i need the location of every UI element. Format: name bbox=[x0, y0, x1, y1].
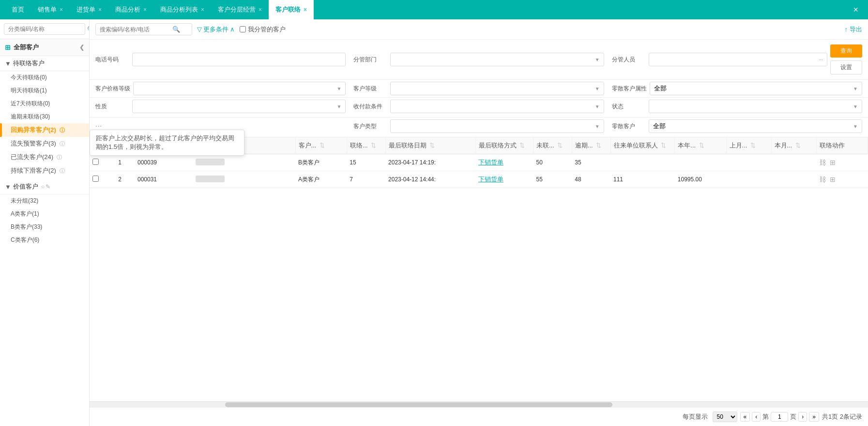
sidebar-item-tomorrow-contact[interactable]: 明天待联络(1) bbox=[0, 84, 89, 97]
filter-retail-attr-select[interactable]: 全部 ▼ bbox=[650, 82, 862, 95]
nav-customer-tier[interactable]: 客户分层经营 × bbox=[211, 0, 269, 19]
row2-checkbox-cell bbox=[90, 171, 115, 188]
th-overdue[interactable]: 逾期... ⇅ bbox=[572, 137, 610, 154]
filter-customer-type-select[interactable]: ▼ bbox=[390, 119, 604, 133]
sidebar-item-today-contact[interactable]: 今天待联络(0) bbox=[0, 71, 89, 84]
nav-customer-contact[interactable]: 客户联络 × bbox=[269, 0, 314, 19]
last-page-button[interactable]: » bbox=[809, 412, 819, 422]
row1-contact-person bbox=[610, 154, 675, 171]
filter-dept-select[interactable]: ▼ bbox=[390, 53, 604, 66]
row1-link-action-icon[interactable]: ⛓ bbox=[819, 159, 826, 166]
filter-retail-customer-select[interactable]: 全部 ▼ bbox=[649, 119, 862, 133]
filter-phone-label: 电话号码 bbox=[95, 56, 129, 64]
nav-sales-close-icon[interactable]: × bbox=[60, 6, 63, 13]
main-search-icon[interactable]: 🔍 bbox=[172, 26, 180, 33]
filter-price-tier-arrow: ▼ bbox=[336, 86, 341, 91]
row2-link-action-icon[interactable]: ⛓ bbox=[819, 176, 826, 183]
filter-nature-select[interactable]: ▼ bbox=[132, 100, 346, 113]
row1-uncontacted: 50 bbox=[533, 154, 572, 171]
more-filter-button[interactable]: ▽ 更多条件 ∧ bbox=[197, 25, 235, 34]
my-customers-checkbox-area: 我分管的客户 bbox=[240, 25, 286, 34]
filter-retail-customer-label: 零散客户 bbox=[612, 122, 646, 131]
th-last-contact-method[interactable]: 最后联络方式 ⇅ bbox=[475, 137, 533, 154]
nav-customer-contact-close-icon[interactable]: × bbox=[304, 6, 307, 13]
nav-product-analysis-close-icon[interactable]: × bbox=[143, 6, 147, 13]
pending-contact-group[interactable]: ▼ 待联络客户 bbox=[0, 56, 89, 71]
settings-button[interactable]: 设置 bbox=[830, 60, 862, 74]
horizontal-scrollbar-thumb[interactable] bbox=[225, 402, 612, 407]
tooltip-popup: 距客户上次交易时长，超过了此客户的平均交易周期的1.5倍，则视为异常。 bbox=[90, 130, 244, 156]
row1-grid-action-icon[interactable]: ⊞ bbox=[830, 159, 836, 166]
filter-price-tier-row: 客户价格等级 ▼ bbox=[95, 82, 346, 95]
all-customers-header[interactable]: ⊞ 全部客户 ❮ bbox=[0, 39, 89, 56]
nav-product-analysis[interactable]: 商品分析 × bbox=[108, 0, 153, 19]
export-button[interactable]: ↑ 导出 bbox=[845, 25, 863, 34]
nav-product-analysis-list-close-icon[interactable]: × bbox=[201, 6, 204, 13]
row2-last-contact-date: 2023-04-12 14:44: bbox=[385, 171, 475, 188]
per-page-select[interactable]: 50 10 20 100 bbox=[713, 411, 737, 422]
value-group-circle-icon[interactable]: ○ bbox=[41, 183, 45, 190]
sidebar-item-churn-warning[interactable]: 流失预警客户(3) ⓘ bbox=[0, 137, 89, 150]
filter-dept-down-arrow: ▼ bbox=[595, 57, 600, 62]
horizontal-scrollbar[interactable] bbox=[90, 401, 868, 407]
row2-grid-action-icon[interactable]: ⊞ bbox=[830, 176, 836, 183]
filter-phone-input[interactable] bbox=[132, 53, 346, 66]
nav-home[interactable]: 首页 bbox=[5, 0, 31, 19]
more-filter-chevron-icon: ∧ bbox=[230, 26, 235, 33]
sort-this-month-icon: ⇅ bbox=[795, 142, 801, 149]
row1-code: 000039 bbox=[135, 154, 193, 171]
sidebar-item-unclassified[interactable]: 未分组(32) bbox=[0, 194, 89, 207]
next-page-button[interactable]: › bbox=[798, 412, 807, 422]
filter-payment-select[interactable]: ▼ bbox=[390, 100, 604, 113]
th-uncontacted[interactable]: 未联... ⇅ bbox=[533, 137, 572, 154]
filter-customer-type-arrow: ▼ bbox=[595, 124, 600, 129]
sort-last-contact-method-icon: ⇅ bbox=[519, 142, 525, 149]
sidebar-search-input[interactable] bbox=[4, 23, 85, 35]
value-customers-group[interactable]: ▼ 价值客户 ○ ✎ bbox=[0, 179, 89, 194]
sidebar-item-a-class[interactable]: A类客户(1) bbox=[0, 207, 89, 220]
toolbar: 🔍 ▽ 更多条件 ∧ 我分管的客户 ↑ 导出 bbox=[90, 19, 868, 40]
sidebar-item-overdue-contact[interactable]: 逾期未联络(30) bbox=[0, 110, 89, 123]
th-last-month[interactable]: 上月... ⇅ bbox=[726, 137, 771, 154]
main-search-input[interactable] bbox=[100, 26, 172, 33]
sidebar-item-b-class[interactable]: B类客户(33) bbox=[0, 220, 89, 234]
value-customers-arrow: ▼ bbox=[5, 183, 11, 191]
row1-this-year bbox=[675, 154, 726, 171]
row1-overdue: 35 bbox=[572, 154, 610, 171]
filter-manager-select[interactable]: ··· bbox=[649, 53, 827, 66]
value-group-edit-icon[interactable]: ✎ bbox=[46, 183, 50, 190]
row2-this-month bbox=[771, 171, 816, 188]
query-button[interactable]: 查询 bbox=[830, 44, 862, 58]
row2-last-contact-link[interactable]: 下销货单 bbox=[478, 176, 503, 183]
my-customers-checkbox[interactable] bbox=[240, 26, 246, 32]
nav-customer-tier-close-icon[interactable]: × bbox=[259, 6, 262, 13]
sidebar-item-c-class[interactable]: C类客户(6) bbox=[0, 234, 89, 247]
th-this-month[interactable]: 本月... ⇅ bbox=[771, 137, 816, 154]
filter-price-tier-select[interactable]: ▼ bbox=[133, 82, 346, 95]
row2-last-contact-method: 下销货单 bbox=[475, 171, 533, 188]
sidebar-item-7day-contact[interactable]: 近7天待联络(0) bbox=[0, 97, 89, 110]
sidebar-item-repurchase-abnormal[interactable]: 回购异常客户(2) ⓘ bbox=[0, 123, 89, 137]
row1-checkbox[interactable] bbox=[92, 159, 99, 165]
nav-sales[interactable]: 销售单 × bbox=[31, 0, 70, 19]
th-contact-person[interactable]: 往来单位联系人 ⇅ bbox=[610, 137, 675, 154]
current-page-input[interactable] bbox=[771, 412, 788, 422]
main-layout: 🔍 ⊞ 全部客户 ❮ ▼ 待联络客户 今天待联络(0) 明天待联络(1) 近7天… bbox=[0, 19, 868, 426]
th-last-contact-date[interactable]: 最后联络日期 ⇅ bbox=[385, 137, 475, 154]
th-contact-count[interactable]: 联络... ⇅ bbox=[347, 137, 385, 154]
nav-purchase-close-icon[interactable]: × bbox=[98, 6, 102, 13]
window-close-button[interactable]: × bbox=[848, 5, 863, 15]
th-this-year[interactable]: 本年... ⇅ bbox=[675, 137, 726, 154]
sidebar-item-churned[interactable]: 已流失客户(24) ⓘ bbox=[0, 150, 89, 164]
nav-purchase[interactable]: 进货单 × bbox=[70, 0, 108, 19]
prev-page-button[interactable]: ‹ bbox=[752, 412, 761, 422]
nav-product-analysis-list[interactable]: 商品分析列表 × bbox=[153, 0, 211, 19]
th-customer-type[interactable]: 客户... ⇅ bbox=[295, 137, 347, 154]
row2-name-blurred bbox=[196, 176, 225, 182]
filter-customer-tier-select[interactable]: ▼ bbox=[390, 82, 604, 95]
row1-last-contact-link[interactable]: 下销货单 bbox=[478, 159, 503, 166]
sidebar-item-declining[interactable]: 持续下滑客户(2) ⓘ bbox=[0, 164, 89, 177]
first-page-button[interactable]: « bbox=[740, 412, 750, 422]
row2-checkbox[interactable] bbox=[92, 176, 99, 182]
filter-status-select[interactable]: ▼ bbox=[649, 100, 862, 113]
